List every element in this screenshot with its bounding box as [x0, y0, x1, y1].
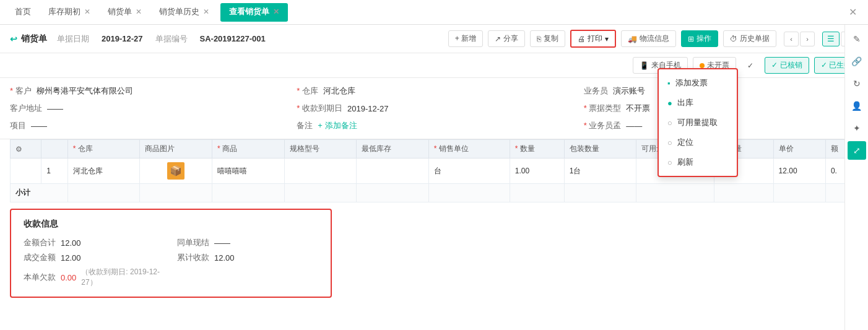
operate-dropdown: ▪ 添加发票 ● 出库 ○ 可用量提取 ○ 定位 ○ 刷新 [658, 68, 738, 177]
operate-button[interactable]: ⊞ 操作 [681, 30, 718, 47]
transaction-amount-value: 12.00 [61, 253, 81, 263]
row-spec [284, 158, 357, 184]
doc-meta: 单据日期 2019-12-27 单据编号 SA-20191227-001 [57, 33, 266, 45]
sidebar-user-icon[interactable]: 👤 [848, 97, 866, 115]
project-row: 项目 —— [10, 120, 284, 131]
subtotal-img [140, 184, 212, 202]
tab-sales-order[interactable]: 销货单 ✕ [99, 0, 150, 25]
summary-title: 收款信息 [24, 219, 318, 230]
right-sidebar: ✎ 🔗 ↻ 👤 ✦ ⤢ [844, 25, 868, 330]
row-product-img: 📦 [140, 158, 212, 184]
print-dropdown-arrow: ▾ [605, 35, 609, 43]
add-invoice-label: 添加发票 [675, 77, 708, 89]
close-tab-view-sales-order[interactable]: ✕ [273, 7, 279, 16]
nav-next-button[interactable]: › [800, 32, 815, 46]
col-unit-price: 单价 [773, 140, 825, 158]
copy-icon: ⎘ [537, 35, 541, 43]
already-voided-button[interactable]: ✓ 已核销 [765, 57, 809, 74]
add-remark-button[interactable]: + 添加备注 [318, 120, 571, 131]
subtotal-qty [510, 184, 564, 202]
warehouse-value: 河北仓库 [323, 85, 571, 97]
subtotal-unit [428, 184, 510, 202]
nav-prev-button[interactable]: ‹ [784, 32, 799, 46]
arrears-hint: （收款到期日: 2019-12-27） [81, 267, 165, 288]
new-button[interactable]: + 新增 [448, 30, 483, 47]
close-tab-sales-order-history[interactable]: ✕ [203, 7, 209, 16]
cumulative-payment-row: 累计收款 12.00 [177, 252, 318, 263]
row-min-stock [357, 158, 429, 184]
logistics-button[interactable]: 🚚 物流信息 [621, 30, 676, 47]
refresh-icon: ○ [667, 158, 672, 167]
close-tab-inventory-init[interactable]: ✕ [84, 7, 90, 16]
address-label: 客户地址 [10, 103, 42, 114]
same-order-value: —— [214, 238, 230, 248]
tab-sales-order-history[interactable]: 销货单历史 ✕ [150, 0, 218, 25]
close-all-tabs[interactable]: ✕ [844, 6, 862, 18]
warehouse-label: 仓库 [297, 85, 318, 97]
confirm-placeholder: ✓ [741, 59, 760, 72]
print-icon: 🖨 [578, 35, 585, 43]
current-arrears-label: 本单欠款 [24, 272, 56, 283]
sidebar-link-icon[interactable]: 🔗 [848, 52, 866, 71]
tab-bar: 首页 库存期初 ✕ 销货单 ✕ 销货单历史 ✕ 查看销货单 ✕ ✕ [0, 0, 868, 25]
view-list-button[interactable]: ☰ [822, 32, 840, 46]
share-button[interactable]: ↗ 分享 [488, 30, 525, 47]
doc-header: ↩ 销货单 单据日期 2019-12-27 单据编号 SA-20191227-0… [0, 25, 868, 53]
available-pickup-icon: ○ [667, 118, 672, 128]
col-product-img: 商品图片 [140, 140, 212, 158]
col-spec: 规格型号 [284, 140, 357, 158]
tab-view-sales-order[interactable]: 查看销货单 ✕ [220, 3, 288, 22]
logistics-icon: 🚚 [628, 35, 637, 43]
share-icon: ↗ [495, 35, 501, 43]
sidebar-star-icon[interactable]: ✦ [848, 119, 866, 137]
history-button[interactable]: ⏱ 历史单据 [723, 30, 776, 47]
address-row: 客户地址 —— [10, 103, 284, 114]
dropdown-add-invoice[interactable]: ▪ 添加发票 [659, 73, 737, 93]
remark-label: 备注 [297, 120, 313, 131]
payment-date-row: 收款到期日 2019-12-27 [297, 103, 571, 114]
sidebar-expand-icon[interactable]: ⤢ [848, 141, 866, 160]
same-order-label: 同单现结 [177, 237, 209, 248]
copy-button[interactable]: ⎘ 复制 [530, 30, 565, 47]
summary-grid: 金额合计 12.00 同单现结 —— 成交金额 12.00 累计收款 12.00… [24, 237, 318, 288]
sidebar-history-icon[interactable]: ↻ [848, 74, 866, 93]
subtotal-min-stock [357, 184, 429, 202]
cumulative-payment-value: 12.00 [214, 253, 235, 263]
row-product: 嘻嘻嘻嘻 [212, 158, 284, 184]
nav-arrows: ‹ › [784, 32, 815, 46]
transaction-amount-row: 成交金额 12.00 [24, 252, 165, 263]
operate-icon: ⊞ [688, 35, 694, 43]
doc-title: ↩ 销货单 [10, 33, 47, 45]
salesman-label: 业务员孟 [584, 120, 622, 131]
tab-inventory-init[interactable]: 库存期初 ✕ [40, 0, 99, 25]
col-settings[interactable]: ⚙ [11, 140, 41, 158]
invoice-type-label: 票据类型 [584, 103, 622, 114]
subtotal-product [212, 184, 284, 202]
close-tab-sales-order[interactable]: ✕ [136, 7, 142, 16]
row-warehouse: 河北仓库 [67, 158, 140, 184]
settings-gear-icon: ⚙ [15, 145, 22, 154]
col-min-stock: 最低库存 [357, 140, 429, 158]
dropdown-locate[interactable]: ○ 定位 [659, 132, 737, 152]
doc-title-area: ↩ 销货单 单据日期 2019-12-27 单据编号 SA-20191227-0… [10, 33, 448, 45]
remark-row: 备注 + 添加备注 [297, 120, 571, 131]
doc-title-text: 销货单 [21, 33, 47, 45]
date-value: 2019-12-27 [102, 34, 143, 43]
mobile-icon: 📱 [640, 61, 649, 70]
main-content: ↩ 销货单 单据日期 2019-12-27 单据编号 SA-20191227-0… [0, 25, 868, 330]
not-open-indicator [700, 63, 705, 68]
locate-icon: ○ [667, 138, 672, 147]
dropdown-outbound[interactable]: ● 出库 [659, 93, 737, 113]
sidebar-edit-icon[interactable]: ✎ [848, 30, 866, 48]
number-label: 单据编号 [155, 33, 188, 45]
subtotal-available [636, 184, 714, 202]
col-pack-qty: 包装数量 [564, 140, 636, 158]
toolbar-actions: + 新增 ↗ 分享 ⎘ 复制 🖨 打印 ▾ 🚚 物流信息 ⊞ 操作 [448, 30, 858, 48]
dropdown-refresh[interactable]: ○ 刷新 [659, 152, 737, 172]
customer-row: 客户 柳州粤港平安气体有限公司 [10, 85, 284, 97]
subtotal-spec [284, 184, 357, 202]
print-button[interactable]: 🖨 打印 ▾ [570, 30, 616, 48]
current-arrears-row: 本单欠款 0.00 （收款到期日: 2019-12-27） [24, 267, 165, 288]
dropdown-available-pickup[interactable]: ○ 可用量提取 [659, 113, 737, 132]
tab-home[interactable]: 首页 [6, 0, 40, 25]
